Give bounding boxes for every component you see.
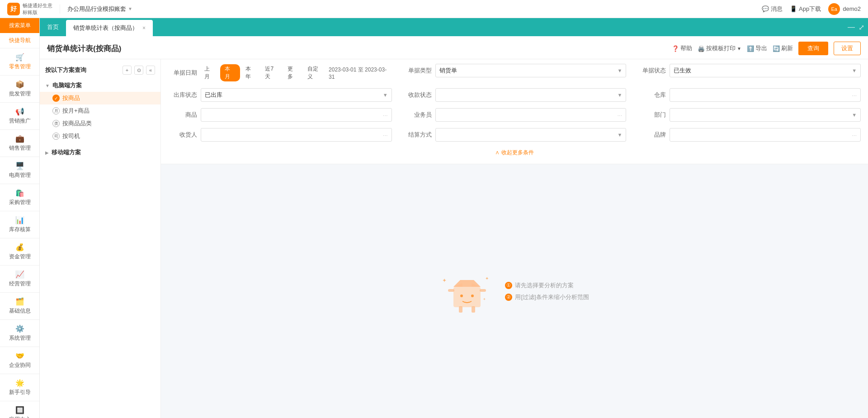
message-btn[interactable]: 💬 消息 [762,5,783,13]
collect-status-arrow-icon: ▼ [617,92,622,98]
empty-hint-1: ① 请先选择要分析的方案 [505,281,589,290]
workspace-selector[interactable]: 办公用品行业模拟账套 ▼ [67,5,132,13]
tree-item-label-goods: 按商品 [62,94,80,102]
divider [60,5,60,14]
app-download-btn[interactable]: 📱 App下载 [790,5,821,13]
tree-item-by-category[interactable]: 类 按商品品类 [40,117,160,130]
query-button[interactable]: 查询 [798,42,828,55]
finance-icon: 💰 [15,243,24,252]
tab-close-btn[interactable]: × [142,25,146,31]
salesman-input[interactable]: ··· [435,108,627,122]
date-range-display: 2023-03-01 至 2023-03-31 [329,66,392,80]
help-btn[interactable]: ❓ 帮助 [672,44,692,52]
hint-num-2: ② [505,294,512,301]
tree-item-by-month-goods[interactable]: 月 按月+商品 [40,104,160,117]
collapse-btn[interactable]: ∧ 收起更多条件 [168,146,861,159]
collect-status-label: 收款状态 [403,91,435,99]
main-layout: 搜索菜单 快捷导航 🛒 零售管理 📦 批发管理 📢 营销推广 💼 销售管理 🖥️… [0,18,868,418]
panel-add-btn[interactable]: + [123,66,132,75]
avatar: Ea [828,3,840,15]
date-btn-custom[interactable]: 自定义 [304,64,327,82]
panel-settings-btn[interactable]: ⊙ [134,66,143,75]
warehouse-input[interactable]: ··· [670,88,861,102]
sales-icon: 💼 [15,134,24,143]
settings-button[interactable]: 设置 [834,42,861,55]
filter-row-1: 单据日期 上月 本月 本年 近7天 更多 自定义 2023-03-01 至 20… [168,64,861,82]
help-icon: ❓ [672,45,679,52]
out-status-label: 出库状态 [168,91,201,99]
date-btn-more[interactable]: 更多 [284,64,302,82]
receiver-input[interactable]: ··· [201,128,392,142]
tab-bar: 首页 销货单统计表（按商品） × — ⤢ [40,18,868,36]
refresh-btn[interactable]: 🔄 刷新 [773,44,793,52]
brand-dots: ··· [852,132,857,138]
dept-input[interactable]: ▼ [670,108,861,122]
goods-dots: ··· [383,112,388,119]
sidebar-item-ecommerce[interactable]: 🖥️ 电商管理 [0,157,39,184]
collect-status-input[interactable]: ▼ [435,88,627,102]
date-btn-7days[interactable]: 近7天 [261,64,282,82]
sidebar-item-basic-info[interactable]: 🗂️ 基础信息 [0,293,39,320]
payment-input[interactable]: ▼ [435,128,627,142]
print-btn[interactable]: 🖨️ 按模板打印 ▼ [698,44,741,52]
tree-section-pc-header[interactable]: ▼ 电脑端方案 [40,79,160,92]
tab-sales-stats[interactable]: 销货单统计表（按商品） × [66,20,153,36]
svg-rect-6 [480,289,486,292]
sidebar-item-marketing[interactable]: 📢 营销推广 [0,103,39,130]
sidebar-item-retail[interactable]: 🛒 零售管理 [0,48,39,76]
app-center-icon: 🔲 [15,406,24,414]
empty-hint-2: ② 用[过滤]条件来缩小分析范围 [505,293,589,301]
sidebar-item-inventory[interactable]: 📊 库存核算 [0,211,39,238]
svg-text:✦: ✦ [483,297,486,301]
salesman-dots: ··· [618,112,623,119]
tree-item-icon-driver: 司 [52,133,60,140]
sidebar-item-wholesale[interactable]: 📦 批发管理 [0,76,39,103]
brand-input[interactable]: ··· [670,128,861,142]
sidebar-item-purchase[interactable]: 🛍️ 采购管理 [0,184,39,211]
sidebar-item-sales[interactable]: 💼 销售管理 [0,130,39,157]
tree-item-by-driver[interactable]: 司 按司机 [40,130,160,142]
quick-nav-btn[interactable]: 快捷导航 [0,33,39,48]
sidebar-item-finance[interactable]: 💰 资金管理 [0,238,39,266]
date-btn-last-month[interactable]: 上月 [201,64,218,82]
sidebar-item-app-center[interactable]: 🔲 应用中心 [0,401,39,418]
left-panel: 按以下方案查询 + ⊙ « ▼ 电脑端方案 ✓ [40,59,161,418]
page-title: 销货单统计表(按商品) [47,43,121,54]
newbie-icon: 🌟 [15,379,24,387]
svg-text:✦: ✦ [442,277,447,284]
tab-home[interactable]: 首页 [40,18,66,36]
tree-section-mobile-header[interactable]: ▶ 移动端方案 [40,146,160,159]
tab-minimize-btn[interactable]: — [848,23,855,31]
chevron-down-icon: ▼ [128,6,132,11]
body-layout: 按以下方案查询 + ⊙ « ▼ 电脑端方案 ✓ [40,59,868,418]
tree-item-by-goods[interactable]: ✓ 按商品 [40,92,160,104]
tree-toggle-pc: ▼ [45,83,50,88]
payment-group: 结算方式 ▼ [403,128,627,142]
out-status-arrow-icon: ▼ [383,92,388,98]
doc-type-arrow-icon: ▼ [617,68,622,73]
tree-item-icon-month: 月 [52,107,60,114]
doc-type-input[interactable]: 销货单 ▼ [435,64,627,77]
doc-status-input[interactable]: 已生效 ▼ [670,64,861,77]
refresh-icon: 🔄 [773,45,780,52]
empty-state: ✦ ✦ ✦ ① 请先选择要分析的方案 [161,164,868,418]
tree-toggle-mobile: ▶ [45,150,49,155]
svg-point-2 [471,294,474,297]
search-menu-btn[interactable]: 搜索菜单 [0,18,39,33]
sidebar-item-system[interactable]: ⚙️ 系统管理 [0,320,39,347]
panel-collapse-btn[interactable]: « [146,66,155,75]
date-btn-this-month[interactable]: 本月 [220,64,240,81]
page-header: 销货单统计表(按商品) ❓ 帮助 🖨️ 按模板打印 ▼ ⬆️ 导出 [40,36,868,59]
sidebar-item-operations[interactable]: 📈 经营管理 [0,266,39,293]
goods-input[interactable]: ··· [201,108,392,122]
sidebar-item-newbie[interactable]: 🌟 新手引导 [0,374,39,401]
svg-point-1 [460,294,463,297]
sidebar-item-enterprise[interactable]: 🤝 企业协同 [0,347,39,374]
out-status-input[interactable]: 已出库 ▼ [201,88,392,102]
empty-content: ✦ ✦ ✦ ① 请先选择要分析的方案 [440,269,589,314]
export-btn[interactable]: ⬆️ 导出 [747,44,767,52]
tree-item-icon-category: 类 [52,120,60,127]
tab-expand-btn[interactable]: ⤢ [859,23,864,32]
date-btn-this-year[interactable]: 本年 [242,64,259,82]
user-area[interactable]: Ea demo2 [828,3,861,15]
